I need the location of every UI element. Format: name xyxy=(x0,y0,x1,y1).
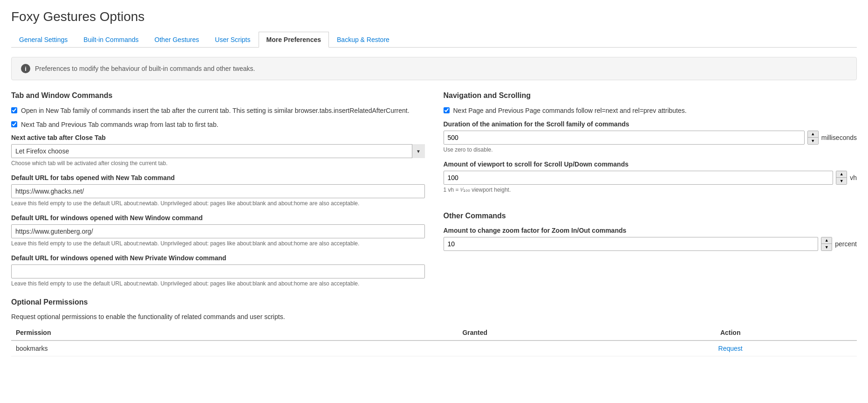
default-url-new-tab-hint: Leave this field empty to use the defaul… xyxy=(11,200,425,207)
default-url-private-window-input[interactable] xyxy=(11,264,425,278)
optional-permissions-description: Request optional permissions to enable t… xyxy=(11,313,857,320)
scroll-duration-input[interactable]: 500 xyxy=(444,131,805,145)
default-url-new-window-hint: Leave this field empty to use the defaul… xyxy=(11,240,425,247)
permissions-table-body: bookmarks Request xyxy=(11,340,857,356)
left-column: Tab and Window Commands Open in New Tab … xyxy=(11,91,425,294)
scroll-amount-input[interactable]: 100 xyxy=(444,171,834,185)
scroll-amount-group: Amount of viewport to scroll for Scroll … xyxy=(444,160,857,193)
scroll-duration-unit: milliseconds xyxy=(821,134,857,141)
scroll-amount-label: Amount of viewport to scroll for Scroll … xyxy=(444,160,857,168)
zoom-factor-up[interactable]: ▲ xyxy=(821,237,832,244)
scroll-amount-unit: vh xyxy=(850,174,857,181)
scroll-duration-row: 500 ▲ ▼ milliseconds xyxy=(444,131,857,145)
default-url-private-window-label: Default URL for windows opened with New … xyxy=(11,254,425,262)
scroll-duration-group: Duration of the animation for the Scroll… xyxy=(444,120,857,153)
permissions-col-action: Action xyxy=(604,325,857,340)
permissions-row-bookmarks: bookmarks Request xyxy=(11,340,857,356)
scroll-amount-down[interactable]: ▼ xyxy=(836,178,847,184)
scroll-duration-up[interactable]: ▲ xyxy=(808,131,818,138)
scroll-amount-hint: 1 vh = ¹⁄₁₀₀ viewport height. xyxy=(444,187,857,193)
tab-built-in-commands[interactable]: Built-in Commands xyxy=(75,32,146,47)
default-url-new-tab-input[interactable]: https://www.ghacks.net/ xyxy=(11,184,425,198)
tab-bar: General Settings Built-in Commands Other… xyxy=(11,32,857,48)
next-active-tab-label: Next active tab after Close Tab xyxy=(11,134,425,141)
checkbox-wrap-tabs-label: Next Tab and Previous Tab commands wrap … xyxy=(21,120,219,130)
permissions-bookmarks-request-link[interactable]: Request xyxy=(718,345,743,352)
other-commands-section: Other Commands Amount to change zoom fac… xyxy=(444,212,857,258)
tab-general-settings[interactable]: General Settings xyxy=(11,32,75,47)
permissions-table: Permission Granted Action bookmarks Requ… xyxy=(11,325,857,356)
zoom-factor-input[interactable]: 10 xyxy=(444,237,819,251)
right-column: Navigation and Scrolling Next Page and P… xyxy=(444,91,857,294)
permissions-bookmarks-name: bookmarks xyxy=(11,340,346,356)
default-url-new-tab-group: Default URL for tabs opened with New Tab… xyxy=(11,174,425,207)
main-content: Tab and Window Commands Open in New Tab … xyxy=(11,91,857,356)
checkbox-wrap-tabs-row: Next Tab and Previous Tab commands wrap … xyxy=(11,120,425,130)
checkbox-insert-after-current-label: Open in New Tab family of commands inser… xyxy=(21,106,410,116)
next-active-tab-hint: Choose which tab will be activated after… xyxy=(11,160,425,167)
default-url-new-window-group: Default URL for windows opened with New … xyxy=(11,214,425,247)
scroll-amount-up[interactable]: ▲ xyxy=(836,171,847,178)
zoom-factor-unit: percent xyxy=(835,240,857,248)
checkbox-rel-next-prev[interactable] xyxy=(444,107,450,113)
default-url-new-window-label: Default URL for windows opened with New … xyxy=(11,214,425,222)
checkbox-rel-next-prev-label: Next Page and Previous Page commands fol… xyxy=(453,106,687,116)
page-title: Foxy Gestures Options xyxy=(11,9,857,24)
info-banner: i Preferences to modify the behaviour of… xyxy=(11,57,857,80)
checkbox-wrap-tabs[interactable] xyxy=(11,121,17,127)
default-url-new-window-input[interactable]: https://www.gutenberg.org/ xyxy=(11,224,425,238)
scroll-amount-stepper: ▲ ▼ xyxy=(836,171,847,185)
tab-window-section-title: Tab and Window Commands xyxy=(11,91,425,100)
tab-user-scripts[interactable]: User Scripts xyxy=(207,32,258,47)
default-url-new-tab-label: Default URL for tabs opened with New Tab… xyxy=(11,174,425,181)
other-commands-title: Other Commands xyxy=(444,212,857,220)
next-active-tab-select[interactable]: Let Firefox choose xyxy=(11,144,425,158)
permissions-bookmarks-action: Request xyxy=(604,340,857,356)
scroll-duration-label: Duration of the animation for the Scroll… xyxy=(444,120,857,128)
scroll-duration-stepper: ▲ ▼ xyxy=(807,131,819,145)
nav-scrolling-section: Navigation and Scrolling Next Page and P… xyxy=(444,91,857,201)
scroll-duration-hint: Use zero to disable. xyxy=(444,146,857,153)
info-icon: i xyxy=(21,64,30,73)
zoom-factor-stepper: ▲ ▼ xyxy=(821,237,832,251)
optional-permissions-title: Optional Permissions xyxy=(11,298,857,306)
tab-more-preferences[interactable]: More Preferences xyxy=(259,32,329,48)
permissions-col-granted: Granted xyxy=(346,325,604,340)
checkbox-rel-next-prev-row: Next Page and Previous Page commands fol… xyxy=(444,106,857,116)
permissions-table-header: Permission Granted Action xyxy=(11,325,857,340)
permissions-bookmarks-granted xyxy=(346,340,604,356)
scroll-amount-row: 100 ▲ ▼ vh xyxy=(444,171,857,185)
banner-text: Preferences to modify the behaviour of b… xyxy=(35,65,255,72)
checkbox-insert-after-current[interactable] xyxy=(11,107,17,113)
tab-other-gestures[interactable]: Other Gestures xyxy=(147,32,207,47)
default-url-private-window-hint: Leave this field empty to use the defaul… xyxy=(11,280,425,287)
checkbox-insert-after-current-row: Open in New Tab family of commands inser… xyxy=(11,106,425,116)
zoom-factor-row: 10 ▲ ▼ percent xyxy=(444,237,857,251)
permissions-table-header-row: Permission Granted Action xyxy=(11,325,857,340)
default-url-private-window-group: Default URL for windows opened with New … xyxy=(11,254,425,287)
zoom-factor-group: Amount to change zoom factor for Zoom In… xyxy=(444,227,857,251)
nav-scrolling-title: Navigation and Scrolling xyxy=(444,91,857,100)
permissions-col-permission: Permission xyxy=(11,325,346,340)
next-active-tab-select-wrapper: Let Firefox choose ▼ xyxy=(11,144,425,158)
optional-permissions-section: Optional Permissions Request optional pe… xyxy=(11,298,857,356)
tab-backup-restore[interactable]: Backup & Restore xyxy=(329,32,397,47)
zoom-factor-down[interactable]: ▼ xyxy=(821,244,832,250)
next-active-tab-group: Next active tab after Close Tab Let Fire… xyxy=(11,134,425,167)
scroll-duration-down[interactable]: ▼ xyxy=(808,138,818,144)
zoom-factor-label: Amount to change zoom factor for Zoom In… xyxy=(444,227,857,234)
